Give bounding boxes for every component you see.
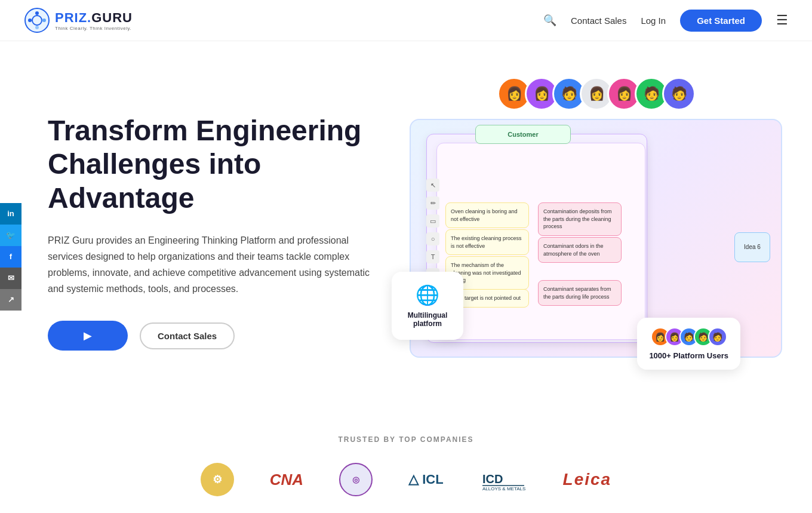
company-logo-icl[interactable]: △ ICL [408,472,443,487]
svg-text:ICD: ICD [482,472,503,486]
navbar: PRIZ.GURU Think Clearly. Think Inventive… [0,0,812,41]
sticky-note-2: The existing cleaning process is not eff… [445,229,529,255]
social-sidebar: in 🐦 f ✉ ↗ [0,203,21,311]
logo-icon [24,7,50,33]
hero-title: Transform Engineering Challenges into Ad… [48,114,392,216]
company-logo-cna[interactable]: CNA [270,471,303,489]
company-logo-icd[interactable]: ICD ALLOYS & METALS LLC [479,466,527,493]
sticky-note-1: Oven cleaning is boring and not effectiv… [445,202,529,228]
svg-point-2 [35,11,39,15]
play-icon: ▶ [84,329,92,342]
toolbar-cursor-icon[interactable]: ↖ [426,179,439,192]
trusted-label: TRUSTED BY TOP COMPANIES [48,435,764,444]
multilingual-label: Multilingualplatform [408,311,448,328]
contact-sales-button[interactable]: Contact Sales [140,322,235,349]
globe-icon: 🌐 [416,284,439,306]
users-count: 1000+ Platform Users [649,351,728,360]
logo-name: PRIZ.GURU [55,10,133,26]
hamburger-menu[interactable]: ☰ [776,13,788,28]
logo-text: PRIZ.GURU Think Clearly. Think Inventive… [55,10,133,31]
trusted-section: TRUSTED BY TOP COMPANIES ⚙ CNA ◎ △ ICL I… [0,411,812,513]
avatar-7: 🧑 [662,77,696,110]
users-badge: 👩 👩 🧑 🧑 🧑 1000+ Platform Users [637,318,740,370]
play-video-button[interactable]: ▶ [48,321,128,351]
company-logo-1[interactable]: ⚙ [201,463,234,496]
hero-left: Transform Engineering Challenges into Ad… [48,114,392,351]
users-avatars: 👩 👩 🧑 🧑 🧑 [651,327,727,346]
toolbar-pen-icon[interactable]: ✏ [426,196,439,210]
hero-right: 👩 👩 🧑 👩 👩 🧑 🧑 Customer ↖ ✏ ▭ ○ T [392,77,764,388]
linkedin-share[interactable]: in [0,203,21,225]
logo[interactable]: PRIZ.GURU Think Clearly. Think Inventive… [24,7,133,33]
sticky-note-5: Contamination deposits from the parts du… [538,202,622,236]
hero-section: Transform Engineering Challenges into Ad… [0,41,812,411]
toolbar-rect-icon[interactable]: ▭ [426,214,439,228]
sticky-idea: Idea 6 [734,232,770,262]
facebook-share[interactable]: f [0,246,21,268]
customer-label: Customer [475,125,571,144]
hero-illustration: 👩 👩 🧑 👩 👩 🧑 🧑 Customer ↖ ✏ ▭ ○ T [392,77,764,388]
twitter-share[interactable]: 🐦 [0,225,21,246]
company-logos: ⚙ CNA ◎ △ ICL ICD ALLOYS & METALS LLC Le… [48,463,764,496]
svg-point-3 [42,19,46,22]
user-avatar-5: 🧑 [708,327,727,346]
nav-login[interactable]: Log In [641,16,666,26]
hero-buttons: ▶ Contact Sales [48,321,392,351]
icd-logo-svg: ICD ALLOYS & METALS LLC [479,466,527,490]
svg-point-4 [35,26,39,29]
nav-contact-sales[interactable]: Contact Sales [571,16,626,26]
hero-description: PRIZ Guru provides an Engineering Thinki… [48,232,382,297]
share-button[interactable]: ↗ [0,289,21,311]
nav-right: 🔍 Contact Sales Log In Get Started ☰ [543,10,788,32]
sticky-note-7: Contaminant separates from the parts dur… [538,280,622,306]
multilingual-badge: 🌐 Multilingualplatform [392,272,463,340]
sticky-note-6: Contaminant odors in the atmosphere of t… [538,237,622,263]
svg-text:ALLOYS & METALS LLC: ALLOYS & METALS LLC [482,486,527,490]
search-button[interactable]: 🔍 [543,14,556,27]
company-logo-2[interactable]: ◎ [339,463,373,496]
user-avatars: 👩 👩 🧑 👩 👩 🧑 🧑 [497,77,696,110]
email-share[interactable]: ✉ [0,268,21,289]
logo-tagline: Think Clearly. Think Inventively. [55,26,133,31]
company-logo-leica[interactable]: Leica [563,470,612,489]
get-started-button[interactable]: Get Started [680,10,762,32]
toolbar-text-icon[interactable]: T [426,250,439,263]
toolbar-circle-icon[interactable]: ○ [426,232,439,245]
svg-point-5 [28,19,32,22]
